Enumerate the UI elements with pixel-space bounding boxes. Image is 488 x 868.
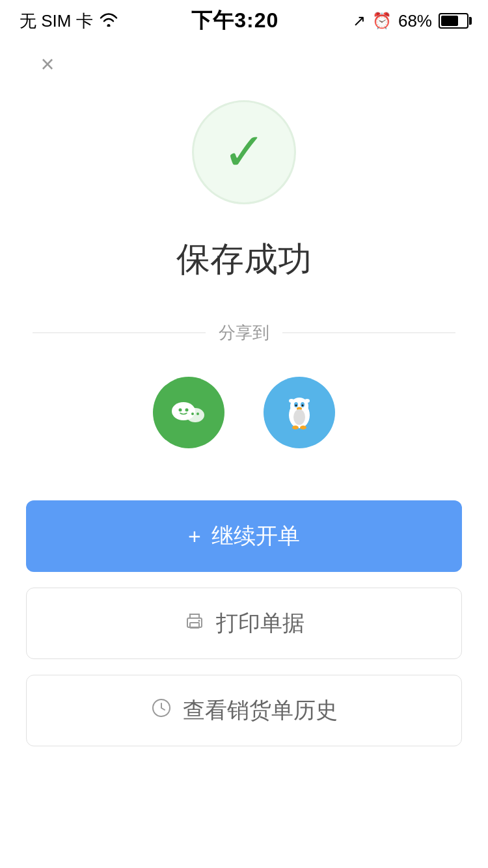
svg-point-13 <box>293 409 305 425</box>
main-content: ✓ 保存成功 分享到 <box>0 42 488 746</box>
divider-right <box>282 332 455 333</box>
close-icon: × <box>40 53 54 76</box>
svg-point-3 <box>185 408 188 411</box>
wechat-share-button[interactable] <box>153 377 224 448</box>
share-label: 分享到 <box>206 321 282 344</box>
svg-point-15 <box>300 426 306 429</box>
alarm-icon: ⏰ <box>372 12 392 30</box>
status-bar: 无 SIM 卡 下午3:20 ↗ ⏰ 68% <box>0 0 488 42</box>
continue-button[interactable]: + 继续开单 <box>26 500 462 572</box>
history-button[interactable]: 查看销货单历史 <box>26 675 462 746</box>
battery-icon <box>439 13 468 29</box>
no-sim-text: 无 SIM 卡 <box>20 10 93 33</box>
location-icon: ↗ <box>353 12 366 30</box>
qq-icon <box>278 392 321 434</box>
share-divider: 分享到 <box>0 321 488 344</box>
success-title: 保存成功 <box>176 237 312 282</box>
qq-share-button[interactable] <box>264 377 335 448</box>
history-label: 查看销货单历史 <box>183 696 338 726</box>
svg-point-16 <box>289 399 294 403</box>
svg-point-20 <box>198 620 200 622</box>
history-icon <box>150 697 172 724</box>
print-label: 打印单据 <box>216 608 305 638</box>
time-display: 下午3:20 <box>191 7 278 35</box>
continue-label: 继续开单 <box>211 521 300 551</box>
status-left: 无 SIM 卡 <box>20 10 118 33</box>
svg-point-1 <box>186 408 204 422</box>
checkmark-icon: ✓ <box>223 126 266 178</box>
success-circle: ✓ <box>192 100 296 204</box>
svg-point-2 <box>178 408 182 411</box>
svg-point-14 <box>292 426 299 429</box>
divider-left <box>33 332 206 333</box>
print-button[interactable]: 打印单据 <box>26 588 462 659</box>
wifi-icon <box>100 11 118 31</box>
share-icons <box>153 377 335 448</box>
status-right: ↗ ⏰ 68% <box>353 11 468 31</box>
svg-point-4 <box>191 413 194 415</box>
battery-percent: 68% <box>398 11 432 31</box>
wechat-icon <box>168 392 210 434</box>
svg-point-5 <box>197 413 199 415</box>
svg-point-11 <box>301 404 303 406</box>
action-buttons: + 继续开单 打印单据 查看销货单历史 <box>0 500 488 746</box>
svg-point-10 <box>295 404 297 406</box>
svg-point-17 <box>305 399 310 403</box>
print-icon <box>183 610 206 637</box>
plus-icon: + <box>188 524 201 549</box>
close-button[interactable]: × <box>31 48 64 81</box>
